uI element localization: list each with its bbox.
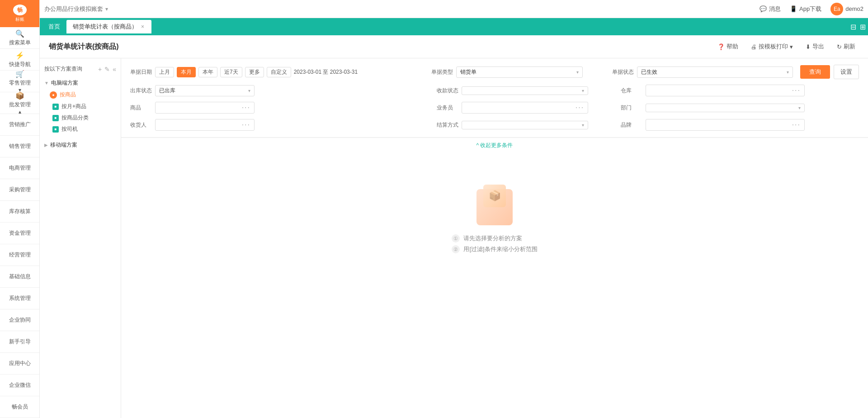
refresh-icon: ↻ — [837, 43, 842, 50]
hint-num-2: ② — [452, 245, 460, 253]
sidebar-item-ecommerce[interactable]: 电商管理 — [0, 157, 39, 179]
date-btn-this-month[interactable]: 本月 — [177, 67, 196, 77]
sidebar-item-newbie[interactable]: 新手引导 — [0, 331, 39, 353]
topbar-right: 💬 消息 📱 App下载 Ea demo2 — [760, 3, 863, 15]
tab-minimize-icon[interactable]: ⊟ — [850, 23, 856, 31]
date-filter-control: 上月 本月 本年 近7天 更多 自定义 2023-03-01 至 2023-03… — [155, 67, 431, 77]
department-arrow: ▾ — [798, 105, 801, 110]
scheme-item-driver[interactable]: ■ 按司机 — [40, 124, 121, 135]
print-label: 按模板打印 — [759, 43, 788, 51]
download-icon: 📱 — [790, 5, 797, 12]
sidebar-item-quicknav[interactable]: ⚡ 快捷导航 — [0, 49, 39, 71]
sidebar-item-enterprise-label: 企业协同 — [9, 316, 31, 324]
help-button[interactable]: ❓ 帮助 — [714, 41, 742, 52]
message-label: 消息 — [769, 5, 781, 13]
filter-row-2: 出库状态 已出库 ▾ 收款状态 ▾ — [130, 85, 859, 96]
settlement-label: 结算方式 — [437, 121, 462, 129]
refresh-button[interactable]: ↻ 刷新 — [833, 41, 859, 52]
sidebar-item-appcenter-label: 应用中心 — [9, 360, 31, 367]
warehouse-status-select[interactable]: 已出库 ▾ — [155, 85, 255, 96]
salesperson-input[interactable]: ··· — [462, 102, 588, 114]
mobile-group-arrow: ▶ — [44, 142, 48, 147]
sidebar-item-purchase[interactable]: 采购管理 — [0, 179, 39, 201]
warehouse-status-label: 出库状态 — [130, 87, 155, 95]
tab-expand-icon[interactable]: ⊞ — [860, 23, 866, 31]
collapse-bar[interactable]: ^ 收起更多条件 — [121, 138, 868, 153]
date-btn-more[interactable]: 更多 — [245, 67, 264, 77]
receiver-label: 收货人 — [130, 121, 155, 129]
date-btn-this-year[interactable]: 本年 — [198, 67, 217, 77]
sidebar-item-wholesale[interactable]: 📦 批发管理 ▴ — [0, 92, 39, 114]
tab-home[interactable]: 首页 — [42, 20, 66, 33]
date-btn-last-month[interactable]: 上月 — [155, 67, 174, 77]
page-header: 销货单统计表(按商品) ❓ 帮助 🖨 按模板打印 ▾ ⬇ 导出 ↻ 刷新 — [40, 35, 868, 58]
sidebar-item-sales[interactable]: 销售管理 — [0, 136, 39, 157]
scheme-icon-by-goods: ● — [50, 91, 57, 99]
date-btn-custom[interactable]: 自定义 — [267, 67, 291, 77]
filter-row-4: 收货人 ··· 结算方式 ▾ — [130, 119, 859, 131]
brand-control: ··· — [646, 119, 805, 131]
sidebar-item-system[interactable]: 系统管理 — [0, 288, 39, 309]
empty-hint-2: ② 用[过滤]条件来缩小分析范围 — [452, 245, 537, 253]
sidebar-item-quicknav-label: 快捷导航 — [9, 61, 31, 68]
scheme-item-by-goods[interactable]: ● 按商品 — [40, 89, 121, 101]
topbar-dropdown-arrow[interactable]: ▾ — [105, 6, 108, 12]
wholesale-icon: 📦 — [15, 91, 24, 100]
warehouse-input[interactable]: ··· — [646, 85, 805, 96]
sidebar-item-vip[interactable]: 畅会员 — [0, 396, 39, 418]
sidebar-item-corpwechat[interactable]: 企业微信 — [0, 375, 39, 396]
tab-active-report[interactable]: 销货单统计表（按商品） × — [66, 20, 151, 33]
doc-status-arrow: ▾ — [787, 70, 789, 75]
add-scheme-button[interactable]: + — [98, 66, 102, 73]
department-select[interactable]: ▾ — [646, 104, 805, 112]
scheme-item-month-goods[interactable]: ■ 按月+商品 — [40, 101, 121, 112]
sidebar-item-enterprise[interactable]: 企业协同 — [0, 309, 39, 331]
collapse-panel-button[interactable]: « — [113, 66, 116, 73]
scheme-label-driver: 按司机 — [61, 125, 78, 133]
print-button[interactable]: 🖨 按模板打印 ▾ — [747, 41, 797, 52]
sidebar-item-retail[interactable]: 🛒 零售管理 ▾ — [0, 71, 39, 92]
desktop-group-title[interactable]: ▼ 电脑端方案 — [40, 77, 121, 89]
settlement-select[interactable]: ▾ — [462, 121, 588, 129]
warehouse-label: 仓库 — [621, 87, 646, 95]
sidebar-item-operations[interactable]: 经营管理 — [0, 244, 39, 266]
doc-type-select[interactable]: 销货单 ▾ — [456, 66, 583, 78]
topbar-user[interactable]: Ea demo2 — [830, 3, 863, 15]
sidebar-item-newbie-label: 新手引导 — [9, 338, 31, 346]
export-button[interactable]: ⬇ 导出 — [802, 41, 828, 52]
brand-input[interactable]: ··· — [646, 119, 805, 131]
edit-scheme-button[interactable]: ✎ — [104, 66, 110, 73]
left-panel: 按以下方案查询 + ✎ « ▼ 电脑端方案 ● 按商品 ■ 按月 — [40, 58, 121, 418]
settings-button[interactable]: 设置 — [834, 65, 859, 79]
sidebar-item-basic[interactable]: 基础信息 — [0, 266, 39, 288]
help-label: 帮助 — [726, 43, 738, 51]
date-btn-7days[interactable]: 近7天 — [220, 67, 242, 77]
scheme-item-category[interactable]: ■ 按商品分类 — [40, 112, 121, 124]
payment-status-arrow: ▾ — [582, 88, 584, 93]
sidebar-item-appcenter[interactable]: 应用中心 — [0, 353, 39, 375]
brand-dots-icon: ··· — [792, 121, 801, 129]
sidebar-item-marketing[interactable]: 营销推广 — [0, 114, 39, 136]
quicknav-icon: ⚡ — [15, 51, 24, 60]
receiver-input[interactable]: ··· — [155, 119, 255, 131]
message-icon: 💬 — [760, 5, 767, 12]
tab-home-label: 首页 — [48, 23, 60, 31]
hint-num-1: ① — [452, 234, 460, 242]
mobile-group-title[interactable]: ▶ 移动端方案 — [40, 139, 121, 151]
warehouse-status-arrow: ▾ — [248, 88, 250, 93]
sidebar-item-search[interactable]: 🔍 搜索菜单 — [0, 27, 39, 49]
logo-area[interactable]: 畅 标账 — [0, 0, 39, 27]
sidebar-item-stock[interactable]: 库存核算 — [0, 201, 39, 223]
empty-box-inner: 📦 — [483, 185, 506, 207]
topbar-app-download[interactable]: 📱 App下载 — [790, 5, 821, 13]
query-button[interactable]: 查询 — [800, 65, 830, 79]
topbar-message[interactable]: 💬 消息 — [760, 5, 781, 13]
sidebar-item-finance[interactable]: 资金管理 — [0, 223, 39, 244]
goods-control: ··· — [155, 102, 437, 114]
goods-input[interactable]: ··· — [155, 102, 255, 114]
scheme-icon-driver: ■ — [52, 126, 59, 133]
doc-status-select[interactable]: 已生效 ▾ — [637, 66, 793, 78]
tab-close-icon[interactable]: × — [140, 24, 145, 30]
payment-status-select[interactable]: ▾ — [462, 86, 588, 95]
sidebar-item-search-label: 搜索菜单 — [9, 39, 31, 47]
